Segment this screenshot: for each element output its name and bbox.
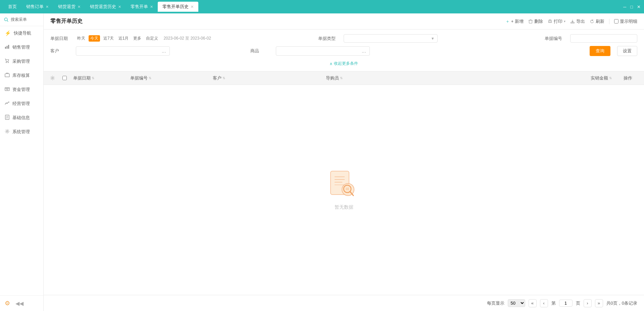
doc-no-input[interactable] — [570, 34, 637, 43]
sidebar-item-base-info[interactable]: 基础信息 — [0, 111, 43, 125]
empty-state: 暂无数据 — [44, 85, 644, 295]
svg-point-6 — [8, 62, 9, 63]
table-settings-cell — [46, 75, 58, 81]
customer-input[interactable]: ... — [76, 46, 170, 56]
refresh-button[interactable]: 刷新 — [590, 18, 604, 24]
operations-icon — [5, 101, 10, 107]
sidebar-item-inventory[interactable]: 库存核算 — [0, 68, 43, 83]
sidebar-item-finance[interactable]: 资金管理 — [0, 83, 43, 97]
tab-sales-return[interactable]: 销货退货 ✕ — [53, 2, 85, 12]
svg-line-1 — [7, 20, 8, 21]
collapse-button[interactable]: ∧ 收起更多条件 — [330, 61, 358, 66]
show-detail-input[interactable] — [614, 19, 618, 23]
settings-button[interactable]: 设置 — [617, 46, 637, 56]
date-1month[interactable]: 近1月 — [117, 35, 130, 42]
date-custom[interactable]: 自定义 — [145, 35, 159, 42]
finance-icon — [5, 87, 10, 93]
collapse-up-icon: ∧ — [330, 61, 333, 66]
sidebar-item-label: 基础信息 — [12, 115, 30, 121]
plus-icon: ＋ — [505, 18, 510, 24]
th-guide[interactable]: 导购员 ⇅ — [323, 75, 380, 81]
table-checkbox-header[interactable] — [58, 76, 70, 80]
settings-gear-icon[interactable]: ⚙ — [5, 300, 10, 307]
query-button[interactable]: 查询 — [590, 46, 610, 56]
page-label-pre: 第 — [551, 300, 556, 306]
th-date[interactable]: 单据日期 ⇅ — [70, 75, 128, 81]
sidebar-item-sales-mgmt[interactable]: 销售管理 — [0, 40, 43, 54]
th-amount[interactable]: 实销金额 ⇅ — [557, 75, 614, 81]
last-page-button[interactable]: » — [595, 299, 603, 307]
doc-type-select[interactable]: ▾ — [344, 34, 438, 43]
sort-guide-icon: ⇅ — [340, 76, 343, 80]
tab-sales-return-history[interactable]: 销货退货历史 ✕ — [85, 2, 126, 12]
export-icon — [570, 19, 575, 24]
system-icon — [5, 129, 10, 135]
tab-sales-order[interactable]: 销售订单 ✕ — [21, 2, 53, 12]
next-page-button[interactable]: › — [584, 299, 592, 307]
select-all-checkbox[interactable] — [62, 76, 67, 80]
svg-rect-16 — [529, 20, 532, 23]
sidebar-item-label: 采购管理 — [12, 58, 30, 64]
purchase-icon — [5, 58, 10, 64]
toolbar-divider — [609, 19, 609, 24]
per-page-label: 每页显示 — [487, 300, 504, 306]
goods-label: 商品 — [250, 48, 269, 54]
search-icon — [4, 17, 9, 22]
date-7days[interactable]: 近7天 — [102, 35, 115, 42]
sidebar-item-purchase-mgmt[interactable]: 采购管理 — [0, 54, 43, 68]
toolbar: ＋ + 新增 删除 打印 ▾ 导出 刷新 — [505, 18, 637, 24]
show-detail-checkbox[interactable]: 显示明细 — [614, 18, 637, 24]
trash-icon — [528, 19, 533, 24]
collapse-row: ∧ 收起更多条件 — [50, 59, 637, 66]
close-icon[interactable]: ✕ — [637, 4, 641, 9]
print-button[interactable]: 打印 ▾ — [548, 18, 565, 24]
date-label: 单据日期 — [50, 36, 69, 42]
date-more[interactable]: 更多 — [132, 35, 143, 42]
pin-icon[interactable]: ◀◀ — [15, 300, 23, 307]
filter-row-2: 客户 ... 商品 ... 查询 设置 — [50, 46, 637, 56]
tab-home[interactable]: 首页 — [3, 2, 21, 12]
goods-dots-icon[interactable]: ... — [362, 48, 366, 54]
refresh-icon — [590, 19, 594, 24]
svg-point-0 — [4, 18, 7, 21]
export-button[interactable]: 导出 — [570, 18, 585, 24]
close-tab-sales-return-history[interactable]: ✕ — [118, 5, 121, 9]
table-gear-icon[interactable] — [50, 75, 55, 81]
first-page-button[interactable]: « — [529, 299, 537, 307]
minimize-icon[interactable]: ─ — [623, 4, 626, 9]
close-tab-sales-return[interactable]: ✕ — [78, 5, 81, 9]
sidebar-item-operations[interactable]: 经营管理 — [0, 97, 43, 111]
close-tab-retail-open[interactable]: ✕ — [150, 5, 153, 9]
svg-rect-7 — [5, 74, 9, 77]
date-today[interactable]: 今天 — [89, 35, 100, 42]
sort-amount-icon: ⇅ — [609, 76, 612, 80]
goods-input[interactable]: ... — [276, 46, 370, 56]
th-customer[interactable]: 客户 ⇅ — [210, 75, 323, 81]
page-label-post: 页 — [576, 300, 580, 306]
prev-page-button[interactable]: ‹ — [540, 299, 548, 307]
base-info-icon — [5, 115, 10, 121]
svg-rect-2 — [5, 47, 6, 49]
add-button[interactable]: ＋ + 新增 — [505, 18, 524, 24]
sidebar-search[interactable]: 搜索采单 — [0, 13, 43, 26]
doc-type-label: 单据类型 — [318, 36, 337, 42]
inventory-icon — [5, 72, 10, 79]
tab-retail-open[interactable]: 零售开单 ✕ — [126, 2, 158, 12]
close-tab-retail-open-history[interactable]: ✕ — [191, 5, 194, 9]
content-area: 零售开单历史 ＋ + 新增 删除 打印 ▾ 导出 — [44, 13, 644, 311]
maximize-icon[interactable]: □ — [630, 4, 633, 9]
date-yesterday[interactable]: 昨天 — [76, 35, 87, 42]
per-page-select[interactable]: 10 20 50 100 — [508, 299, 525, 307]
customer-dots-icon[interactable]: ... — [162, 48, 166, 54]
sidebar-item-system-mgmt[interactable]: 系统管理 — [0, 125, 43, 139]
sidebar-item-quick-nav[interactable]: ⚡ 快捷导航 — [0, 26, 43, 40]
sidebar-item-label: 经营管理 — [12, 101, 30, 107]
page-number-input[interactable]: 1 — [559, 300, 573, 307]
pagination-bar: 每页显示 10 20 50 100 « ‹ 第 1 页 › » 共0页，0条记录 — [44, 295, 644, 311]
th-docno[interactable]: 单据编号 ⇅ — [128, 75, 210, 81]
print-icon — [548, 19, 552, 24]
page-header: 零售开单历史 ＋ + 新增 删除 打印 ▾ 导出 — [44, 13, 644, 30]
tab-retail-open-history[interactable]: 零售开单历史 ✕ — [158, 2, 198, 12]
delete-button[interactable]: 删除 — [528, 18, 543, 24]
close-tab-sales-order[interactable]: ✕ — [46, 5, 49, 9]
